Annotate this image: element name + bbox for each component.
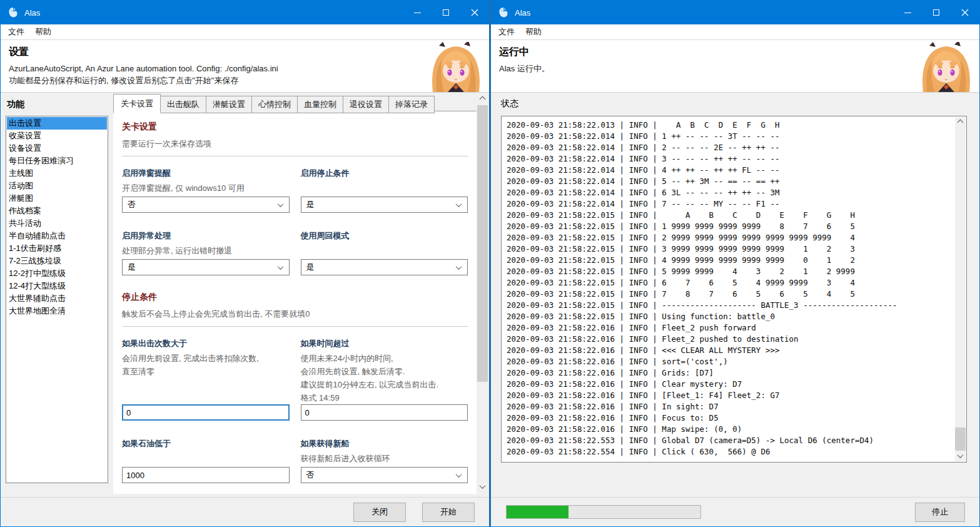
- log-timestamp: 2020-09-03 21:58:22.016: [507, 391, 615, 400]
- scroll-down-button[interactable]: [477, 481, 488, 492]
- log-message: 5 9999 9999 4 3 2 1 2 9999: [662, 267, 855, 276]
- log-message: Click ( 630, 566) @ D6: [662, 447, 770, 456]
- log-message: 6 3L -- -- -- ++ ++ -- 3M: [662, 188, 779, 197]
- close-button[interactable]: [951, 1, 979, 24]
- log-message: Map swipe: (0, 0): [662, 424, 742, 434]
- field-description: 处理部分异常, 运行出错时撤退: [122, 244, 290, 257]
- chevron-down-icon: [456, 471, 462, 478]
- log-message: Focus to: D5: [662, 413, 718, 422]
- sidebar-item[interactable]: 12-4打大型练级: [7, 280, 107, 292]
- menu-item[interactable]: 文件: [498, 26, 520, 38]
- field-group-1: 启用弹窗提醒 开启弹窗提醒, 仅 windows10 可用 否 启用停止条件 是: [122, 168, 468, 275]
- sidebar-item[interactable]: 大世界辅助点击: [7, 292, 107, 305]
- menu-item[interactable]: 文件: [8, 26, 30, 38]
- form-field: 启用弹窗提醒 开启弹窗提醒, 仅 windows10 可用 否: [122, 168, 290, 213]
- tab[interactable]: 退役设置: [343, 96, 389, 113]
- scrollbar-thumb[interactable]: [477, 105, 488, 382]
- sidebar-item[interactable]: 设备设置: [7, 142, 107, 155]
- log-timestamp: 2020-09-03 21:58:22.015: [507, 210, 615, 220]
- log-line: 2020-09-03 21:58:22.016 | INFO | Focus t…: [507, 412, 955, 424]
- log-message: 3 9999 9999 9999 9999 9999 1 2 3: [662, 244, 855, 253]
- dropdown[interactable]: 否: [122, 197, 290, 213]
- tab[interactable]: 心情控制: [251, 96, 298, 113]
- dropdown[interactable]: 是: [122, 259, 290, 275]
- sidebar-item[interactable]: 主线图: [7, 167, 107, 180]
- log-line: 2020-09-03 21:58:22.016 | INFO | Map swi…: [507, 424, 955, 435]
- sidebar-item[interactable]: 潜艇图: [7, 192, 107, 205]
- log-message: A B C D E F G H: [662, 210, 855, 220]
- tab[interactable]: 血量控制: [297, 96, 343, 113]
- sidebar-item[interactable]: 1-1伏击刷好感: [7, 242, 107, 255]
- minimize-button[interactable]: [893, 1, 922, 24]
- section-heading: 关卡设置: [122, 121, 468, 133]
- log-line: 2020-09-03 21:58:22.015 | INFO | 6 7 6 5…: [507, 277, 955, 289]
- close-button[interactable]: [460, 1, 489, 24]
- sidebar-item[interactable]: 12-2打中型练级: [7, 267, 107, 280]
- text-input[interactable]: [301, 404, 468, 421]
- menu-item[interactable]: 帮助: [35, 26, 57, 38]
- window-title: Alas: [24, 8, 40, 18]
- menu-bar: 文件帮助: [491, 24, 979, 40]
- scrollbar-thumb[interactable]: [955, 427, 966, 451]
- minimize-button[interactable]: [403, 1, 432, 24]
- page-header: 运行中 Alas 运行中。: [491, 40, 979, 93]
- log-scrollbar[interactable]: [955, 117, 966, 461]
- titlebar[interactable]: Alas: [491, 1, 979, 24]
- log-message: Fleet_2 push forward: [662, 323, 756, 332]
- tab[interactable]: 潜艇设置: [206, 96, 252, 113]
- text-input[interactable]: [122, 404, 290, 421]
- log-message: sort=('cost',): [662, 357, 727, 366]
- log-message: 5 -- ++ 3M -- == -- == ++: [662, 177, 779, 186]
- log-level: INFO: [629, 278, 648, 287]
- log-line: 2020-09-03 21:58:22.015 | INFO | 3 9999 …: [507, 243, 955, 255]
- tab[interactable]: 关卡设置: [113, 94, 161, 113]
- log-level: INFO: [629, 120, 648, 130]
- dropdown[interactable]: 是: [301, 197, 468, 213]
- sidebar-item[interactable]: 每日任务困难演习: [7, 155, 107, 167]
- tab[interactable]: 掉落记录: [388, 96, 435, 113]
- sidebar-item[interactable]: 大世界地图全清: [7, 305, 107, 317]
- log-timestamp: 2020-09-03 21:58:22.016: [507, 413, 615, 422]
- sidebar-item[interactable]: 活动图: [7, 180, 107, 192]
- scroll-up-button[interactable]: [477, 94, 488, 105]
- field-label: 启用弹窗提醒: [122, 168, 290, 179]
- scroll-up-button[interactable]: [955, 117, 966, 128]
- sidebar-item[interactable]: 共斗活动: [7, 217, 107, 230]
- log-level: INFO: [629, 334, 648, 344]
- sidebar-item[interactable]: 半自动辅助点击: [7, 230, 107, 242]
- log-timestamp: 2020-09-03 21:58:22.015: [507, 255, 615, 265]
- text-input[interactable]: [122, 467, 290, 483]
- log-lines: 2020-09-03 21:58:22.013 | INFO | A B C D…: [502, 116, 955, 462]
- maximize-button[interactable]: [432, 1, 460, 24]
- dropdown[interactable]: 否: [301, 467, 468, 483]
- log-output[interactable]: 2020-09-03 21:58:22.013 | INFO | A B C D…: [501, 116, 967, 463]
- log-level: INFO: [629, 368, 648, 377]
- log-timestamp: 2020-09-03 21:58:22.016: [507, 424, 615, 434]
- start-button[interactable]: 开始: [422, 503, 475, 522]
- sidebar-item[interactable]: 收菜设置: [7, 130, 107, 142]
- titlebar[interactable]: Alas: [1, 1, 489, 24]
- close-settings-button[interactable]: 关闭: [353, 503, 406, 522]
- sidebar-item[interactable]: 作战档案: [7, 205, 107, 217]
- stop-button[interactable]: 停止: [915, 503, 965, 522]
- log-level: INFO: [629, 222, 648, 231]
- scroll-down-button[interactable]: [955, 451, 966, 461]
- sidebar-item[interactable]: 7-2三战拣垃圾: [7, 255, 107, 267]
- main-panel: 关卡设置出击舰队潜艇设置心情控制血量控制退役设置掉落记录 关卡设置 需要运行一次…: [113, 94, 477, 494]
- log-level: INFO: [629, 379, 648, 389]
- footer-bar: 关闭 开始: [1, 497, 489, 526]
- scrollbar[interactable]: [477, 94, 488, 492]
- log-level: INFO: [629, 289, 648, 299]
- sidebar-item[interactable]: 出击设置: [7, 117, 107, 130]
- settings-window: Alas 文件帮助 设置 AzurLaneAutoScript, An Azur…: [0, 0, 490, 527]
- window-controls: [893, 1, 979, 24]
- dropdown[interactable]: 是: [301, 259, 468, 275]
- tab[interactable]: 出击舰队: [160, 96, 206, 113]
- progress-fill: [507, 506, 568, 518]
- log-message: 4 9999 9999 9999 9999 9999 0 1 2: [662, 255, 855, 265]
- menu-item[interactable]: 帮助: [525, 26, 547, 38]
- maximize-button[interactable]: [922, 1, 951, 24]
- log-level: INFO: [629, 165, 648, 175]
- log-level: INFO: [629, 402, 648, 411]
- function-list[interactable]: 出击设置收菜设置设备设置每日任务困难演习主线图活动图潜艇图作战档案共斗活动半自动…: [6, 116, 108, 483]
